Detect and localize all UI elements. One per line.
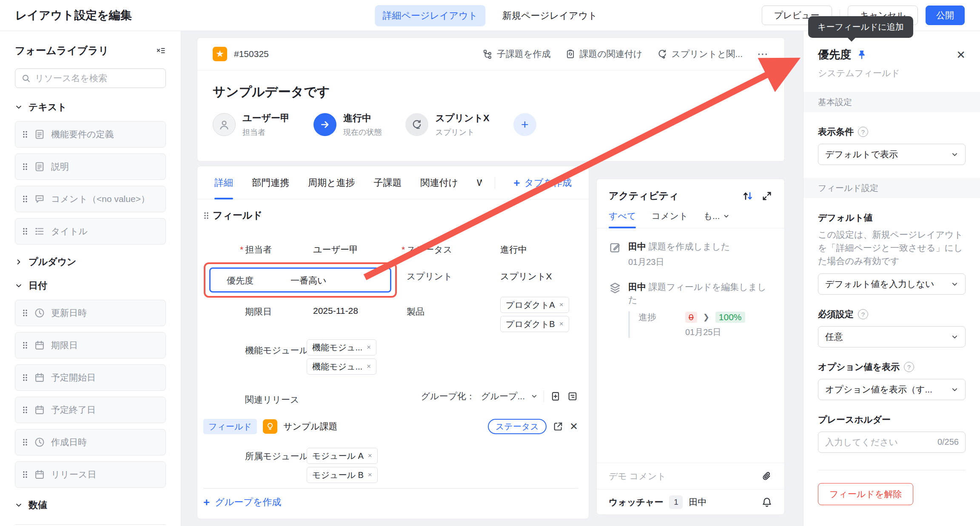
activity-item-field-edit: 田中 課題フィールドを編集しました 進捗 0 ❯ 100% 01月25日 <box>609 281 772 338</box>
add-badge-button[interactable]: + <box>513 113 536 136</box>
tab-wiki[interactable]: Wik <box>477 166 482 199</box>
help-icon[interactable]: ? <box>858 127 868 137</box>
sidebar-section-text[interactable]: テキスト <box>15 101 166 114</box>
drag-handle-icon[interactable] <box>22 438 28 446</box>
sidebar-section-dropdown[interactable]: プルダウン <box>15 256 166 268</box>
pin-icon[interactable] <box>856 49 867 60</box>
sample-issue-title[interactable]: サンプル課題 <box>283 421 338 432</box>
product-tag[interactable]: プロダクトA× <box>500 297 569 313</box>
library-item-title[interactable]: タイトル <box>15 218 166 245</box>
create-tab-button[interactable]: + タブを作成 <box>513 176 572 189</box>
tab-new-page-layout[interactable]: 新規ページレイアウト <box>495 5 605 26</box>
page-title: レイアウト設定を編集 <box>15 8 132 23</box>
library-item-requirement[interactable]: 機能要件の定義 <box>15 121 166 148</box>
library-item-release-date[interactable]: リリース日 <box>15 461 166 488</box>
belong-module-tag[interactable]: モジュール A× <box>307 448 378 464</box>
help-icon[interactable]: ? <box>858 309 868 319</box>
assignee-badge[interactable]: ユーザー甲担当者 <box>213 112 290 137</box>
remove-tag-icon[interactable]: × <box>367 362 371 371</box>
chevron-down-icon[interactable] <box>531 393 538 400</box>
drag-handle-icon[interactable] <box>22 406 28 414</box>
module-tag[interactable]: 機能モジュ...× <box>307 358 376 375</box>
assignee-field-value[interactable]: ユーザー甲 <box>313 244 358 256</box>
library-item-planned-end[interactable]: 予定終了日 <box>15 397 166 423</box>
link-issue-button[interactable]: 課題の関連付け <box>565 48 643 60</box>
bell-icon[interactable] <box>761 497 772 508</box>
collapse-panel-icon[interactable] <box>156 45 166 56</box>
default-value-select[interactable]: デフォルト値を入力しない <box>818 273 966 295</box>
watcher-count-badge: 1 <box>669 495 683 509</box>
paperclip-icon[interactable] <box>761 471 772 482</box>
drag-handle-icon[interactable] <box>22 130 28 139</box>
more-actions-button[interactable]: ⋯ <box>757 48 769 61</box>
external-link-icon[interactable] <box>553 421 564 432</box>
activity-tab-more[interactable]: も... <box>703 210 729 228</box>
drag-handle-icon[interactable] <box>22 373 28 382</box>
drag-handle-icon[interactable] <box>22 470 28 479</box>
help-icon[interactable]: ? <box>904 362 914 372</box>
remove-tag-icon[interactable]: × <box>367 343 371 352</box>
status-badge[interactable]: 進行中現在の状態 <box>313 112 382 137</box>
due-date-field-value[interactable]: 2025-11-28 <box>313 306 358 316</box>
activity-tab-all[interactable]: すべて <box>609 210 636 228</box>
library-item-created-at[interactable]: 作成日時 <box>15 429 166 455</box>
library-item-due-date[interactable]: 期限日 <box>15 332 166 358</box>
display-condition-select[interactable]: デフォルトで表示 <box>818 144 966 165</box>
library-item-comment[interactable]: コメント（<no value>） <box>15 186 166 212</box>
field-tag: フィールド <box>203 419 257 434</box>
search-input[interactable] <box>35 73 160 83</box>
calendar-icon <box>34 372 45 383</box>
tab-links[interactable]: 関連付け <box>421 166 459 199</box>
status-field-value[interactable]: 進行中 <box>500 244 527 256</box>
drag-handle-icon[interactable] <box>22 162 28 171</box>
remove-field-button[interactable]: フィールドを解除 <box>818 483 913 505</box>
remove-tag-icon[interactable]: × <box>559 301 564 309</box>
remove-tag-icon[interactable]: × <box>368 452 372 460</box>
issue-title: サンプルデータです <box>197 71 784 101</box>
layout-editor-app: レイアウト設定を編集 詳細ページレイアウト 新規ページレイアウト プレビュー キ… <box>0 0 980 526</box>
sprint-link-button[interactable]: スプリントと関... <box>657 48 743 60</box>
group-by-value[interactable]: グループ... <box>481 390 525 402</box>
remove-tag-icon[interactable]: × <box>559 320 564 328</box>
drag-handle-icon[interactable] <box>203 211 209 220</box>
library-item-description[interactable]: 説明 <box>15 154 166 180</box>
fields-section-header[interactable]: フィールド <box>203 209 262 222</box>
remove-tag-icon[interactable]: × <box>368 471 372 479</box>
tab-department[interactable]: 部門連携 <box>252 166 289 199</box>
option-display-select[interactable]: オプション値を表示（す... <box>818 379 966 400</box>
sidebar-section-date[interactable]: 日付 <box>15 279 166 292</box>
publish-button[interactable]: 公開 <box>926 6 965 25</box>
tab-details[interactable]: 詳細 <box>214 166 233 199</box>
close-icon[interactable]: ✕ <box>956 49 966 60</box>
required-setting-select[interactable]: 任意 <box>818 326 966 347</box>
status-pill[interactable]: ステータス <box>488 419 547 434</box>
watcher-name[interactable]: 田中 <box>689 496 707 508</box>
drag-handle-icon[interactable] <box>22 309 28 317</box>
tab-subtasks[interactable]: 子課題 <box>374 166 402 199</box>
close-icon[interactable]: ✕ <box>570 421 578 432</box>
library-item-planned-start[interactable]: 予定開始日 <box>15 364 166 391</box>
resource-search[interactable] <box>15 68 166 88</box>
library-item-updated-at[interactable]: 更新日時 <box>15 300 166 326</box>
activity-tab-comments[interactable]: コメント <box>651 210 688 228</box>
drag-handle-icon[interactable] <box>22 195 28 203</box>
priority-field-selected[interactable]: 優先度 一番高い <box>209 267 391 293</box>
drag-handle-icon[interactable] <box>22 227 28 236</box>
create-subtask-button[interactable]: 子課題を作成 <box>482 48 551 60</box>
tab-cycle-progress[interactable]: 周期と進捗 <box>308 166 355 199</box>
filter-view-icon[interactable] <box>567 391 578 402</box>
belong-module-tag[interactable]: モジュール B× <box>307 467 378 483</box>
module-tag[interactable]: 機能モジュ...× <box>307 339 376 355</box>
add-card-icon[interactable] <box>550 391 561 402</box>
drag-handle-icon[interactable] <box>22 341 28 350</box>
tab-detail-page-layout[interactable]: 詳細ページレイアウト <box>375 5 485 26</box>
sort-icon[interactable] <box>742 190 754 202</box>
sidebar-section-number[interactable]: 数値 <box>15 499 166 512</box>
product-tag[interactable]: プロダクトB× <box>500 316 569 332</box>
create-group-button[interactable]: + グループを作成 <box>203 496 281 509</box>
expand-icon[interactable] <box>761 190 772 202</box>
sprint-field-value[interactable]: スプリントX <box>500 270 552 282</box>
comment-input[interactable]: デモ コメント <box>597 463 784 489</box>
sprint-badge[interactable]: スプリントXスプリント <box>405 112 489 137</box>
activity-item-created: 田中 課題を作成しました 01月23日 <box>609 240 772 268</box>
